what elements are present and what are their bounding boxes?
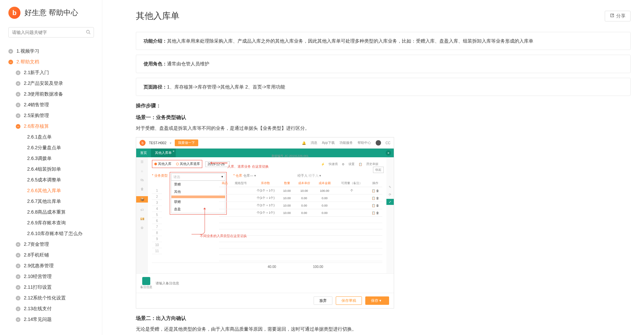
- search-wrap: [8, 27, 94, 38]
- plus-icon: +: [16, 317, 20, 322]
- bell-icon: 🔔: [302, 141, 306, 145]
- logo-text: 好生意 帮助中心: [24, 8, 78, 18]
- rail-icon-active: ⤢: [386, 199, 394, 205]
- ss-topbar: b TEST-H002 ▾ 我要做一下 🔔消息 App下载 功能服务 帮助中心 …: [136, 137, 394, 149]
- ss-right-rail: ✎ ⟳ ⤢: [386, 157, 394, 273]
- chevron-down-icon: ▾: [170, 141, 171, 145]
- nav-item-2-3[interactable]: +2.3使用前数据准备: [8, 89, 102, 100]
- info-intro: 功能介绍：其他入库单用来处理除采购入库、产成品入库之外的其他入库业务，因此其他入…: [136, 32, 631, 50]
- nav-item-2-13[interactable]: +2.13在线支付: [8, 303, 102, 314]
- info-label: 使用角色：: [144, 61, 167, 66]
- nav-item-2-6-2[interactable]: 2.6.2分量盘点单: [8, 143, 102, 153]
- nav-item-2-6-5[interactable]: 2.6.5成本调整单: [8, 175, 102, 185]
- memo-icon: [142, 277, 150, 285]
- ss-field-label: * 业务类型: [152, 173, 168, 178]
- rail-icon: ☰: [141, 160, 144, 164]
- nav-item-2-1[interactable]: +2.1新手入门: [8, 67, 102, 78]
- ss-body: ☰ ⌂ 🛍 🗑 📦 🏷 💴 ⚙ 其他入库 其他入库退库 20: [136, 157, 394, 273]
- table-row: [219, 236, 382, 242]
- nav-item-2-9[interactable]: +2.9优惠券管理: [8, 261, 102, 271]
- nav-item-2-6[interactable]: −2.6库存核算: [8, 121, 102, 132]
- title-row: 其他入库单 分享: [136, 10, 631, 22]
- nav-item-2-6-9[interactable]: 2.6.9库存账本查询: [8, 218, 102, 228]
- chevron-down-icon: ▾: [221, 175, 223, 179]
- embedded-screenshot: b TEST-H002 ▾ 我要做一下 🔔消息 App下载 功能服务 帮助中心 …: [136, 137, 394, 309]
- ss-cancel-btn: 放弃: [314, 296, 332, 305]
- plus-icon: +: [16, 306, 20, 311]
- rail-icon: 🗑: [141, 187, 144, 191]
- plus-icon: +: [16, 92, 20, 97]
- search-input[interactable]: [8, 27, 94, 38]
- nav-item-2-2[interactable]: +2.2产品安装及登录: [8, 78, 102, 89]
- ss-collapse-btn: 收起: [373, 167, 384, 173]
- ss-table: 商品 规格型号 库存数 数量 成本单价 成本金额 可用量（备注） 操作 个(1个…: [219, 180, 382, 261]
- nav-item-2-12[interactable]: +2.12系统个性化设置: [8, 293, 102, 303]
- ss-tab-home: 首页: [136, 149, 151, 157]
- ss-logo-icon: b: [140, 140, 146, 146]
- ss-footer: 放弃 保存草稿 保存 ▾: [136, 293, 394, 308]
- nav-item-docs[interactable]: −2.帮助文档: [8, 57, 102, 67]
- info-text: 其他入库单用来处理除采购入库、产成品入库之外的其他入库业务，因此其他入库单可处理…: [167, 38, 533, 44]
- nav-item-2-6-1[interactable]: 2.6.1盘点单: [8, 132, 102, 143]
- plus-icon: +: [16, 296, 20, 300]
- nav-tree: +1.视频学习 −2.帮助文档 +2.1新手入门 +2.2产品安装及登录 +2.…: [8, 46, 102, 325]
- nav-item-video[interactable]: +1.视频学习: [8, 46, 102, 57]
- rail-icon: 💴: [140, 217, 144, 221]
- nav-item-2-7[interactable]: +2.7资金管理: [8, 239, 102, 250]
- nav-item-2-6-8[interactable]: 2.6.8商品成本重算: [8, 207, 102, 218]
- nav-item-2-14[interactable]: +2.14常见问题: [8, 314, 102, 325]
- nav-item-2-6-7[interactable]: 2.6.7其他出库单: [8, 196, 102, 207]
- ss-radio-return: 其他入库退库: [176, 162, 200, 166]
- table-row: [219, 248, 382, 255]
- annotation-box-1: 其他入库 其他入库退库: [152, 160, 202, 168]
- main-content: 其他入库单 分享 功能介绍：其他入库单用来处理除采购入库、产成品入库之外的其他入…: [102, 0, 644, 335]
- ss-memo-input: [156, 281, 390, 285]
- plus-icon: +: [16, 103, 20, 107]
- table-row: [219, 255, 382, 261]
- plus-icon: +: [16, 264, 20, 268]
- share-icon: [610, 13, 614, 19]
- rail-icon-selected: 📦: [136, 196, 148, 203]
- ss-left-rail: ☰ ⌂ 🛍 🗑 📦 🏷 💴 ⚙: [136, 157, 148, 273]
- nav-item-2-5[interactable]: +2.5采购管理: [8, 110, 102, 121]
- logo-icon: b: [8, 7, 20, 19]
- table-row: 个(1个 = 1个)10.000.000.00📋 🗑: [219, 209, 382, 217]
- rail-icon: 🛍: [141, 178, 144, 182]
- rail-icon: ✎: [386, 184, 394, 190]
- nav-item-2-10[interactable]: +2.10经营管理: [8, 271, 102, 282]
- plus-icon: +: [16, 81, 20, 86]
- plus-icon: +: [16, 242, 20, 247]
- table-row: [219, 223, 382, 229]
- nav-item-2-6-3[interactable]: 2.6.3调拨单: [8, 153, 102, 164]
- info-role: 使用角色：通常由仓管人员维护: [136, 55, 631, 73]
- nav-item-2-6-4[interactable]: 2.6.4组装拆卸单: [8, 164, 102, 175]
- logo-row: b 好生意 帮助中心: [8, 7, 102, 19]
- nav-item-2-6-10[interactable]: 2.6.10库存账本错了怎么办: [8, 228, 102, 239]
- close-all-icon: ×: [386, 150, 391, 156]
- avatar-icon: [376, 140, 381, 146]
- table-row: 个(1个 = 1个)10.0010.00100.00个📋 🗑: [219, 187, 382, 194]
- table-row: 个(1个 = 1个)10.000.000.00📋 🗑: [219, 202, 382, 209]
- plus-icon: +: [16, 274, 20, 279]
- svg-point-0: [87, 30, 90, 33]
- scenario-2-title: 场景二：出入方向确认: [136, 315, 631, 322]
- ss-tabs: 首页 其他入库单 × ×: [136, 149, 394, 157]
- nav-item-2-4[interactable]: +2.4销售管理: [8, 100, 102, 110]
- plus-icon: +: [16, 113, 20, 118]
- nav-item-2-6-6[interactable]: 2.6.6其他入库单: [8, 185, 102, 196]
- nav-item-2-11[interactable]: +2.11打印设置: [8, 282, 102, 293]
- scenario-1-title: 场景一：业务类型确认: [136, 114, 631, 121]
- rail-icon: 🏷: [141, 208, 144, 212]
- plus-icon: +: [16, 285, 20, 290]
- table-row: [219, 217, 382, 223]
- share-button[interactable]: 分享: [605, 11, 631, 21]
- rail-icon: ⟳: [386, 191, 394, 198]
- annotation-arrow-1: [211, 163, 227, 163]
- info-text: 通常由仓管人员维护: [167, 61, 209, 66]
- search-icon[interactable]: [86, 30, 91, 35]
- minus-icon: −: [16, 124, 20, 129]
- ss-docnum: 单据编号 JC-20191226-001: [271, 154, 309, 158]
- table-row: [219, 229, 382, 236]
- nav-item-2-8[interactable]: +2.8手机旺铺: [8, 250, 102, 261]
- plus-icon: +: [16, 70, 20, 75]
